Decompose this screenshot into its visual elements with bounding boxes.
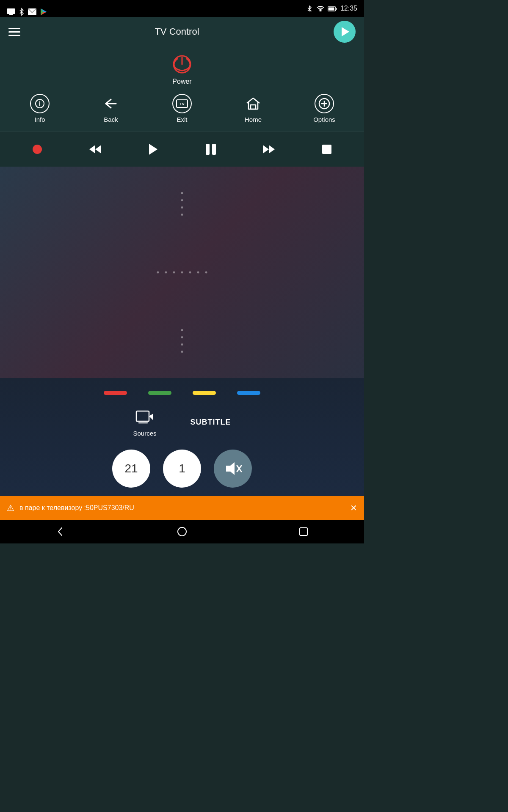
svg-marker-30 bbox=[149, 414, 153, 420]
svg-rect-26 bbox=[212, 144, 216, 155]
svg-marker-22 bbox=[89, 145, 95, 154]
subtitle-label: SUBTITLE bbox=[190, 418, 231, 426]
svg-rect-18 bbox=[251, 105, 256, 109]
options-icon bbox=[315, 94, 334, 113]
home-label: Home bbox=[245, 116, 262, 123]
nav-row: i Info Back TV Exit bbox=[0, 91, 364, 132]
play-button[interactable] bbox=[143, 139, 164, 160]
svg-text:i: i bbox=[39, 100, 41, 107]
number-buttons-row: 21 1 bbox=[0, 445, 364, 496]
home-icon bbox=[243, 94, 263, 113]
play-fab-button[interactable] bbox=[334, 21, 356, 43]
android-back-button[interactable] bbox=[54, 525, 67, 538]
wifi-icon bbox=[317, 5, 324, 11]
sources-button[interactable]: Sources bbox=[133, 408, 156, 437]
record-button[interactable] bbox=[27, 139, 48, 160]
page-title: TV Control bbox=[155, 26, 199, 37]
info-icon: i bbox=[30, 94, 50, 113]
status-time: 12:35 bbox=[340, 5, 357, 12]
top-bar: TV Control bbox=[0, 17, 364, 47]
exit-button[interactable]: TV Exit bbox=[165, 94, 199, 123]
sources-icon bbox=[135, 408, 155, 427]
svg-rect-9 bbox=[328, 8, 334, 11]
channel-1-button[interactable]: 1 bbox=[163, 450, 201, 488]
notification-text: в паре к телевизору :50PUS7303/RU bbox=[19, 504, 345, 512]
battery-icon bbox=[328, 6, 337, 12]
back-icon bbox=[101, 94, 121, 113]
info-button[interactable]: i Info bbox=[23, 94, 57, 123]
svg-rect-25 bbox=[206, 144, 210, 155]
svg-rect-0 bbox=[7, 8, 15, 14]
status-bar: 12:35 bbox=[0, 0, 364, 17]
svg-marker-24 bbox=[149, 144, 157, 155]
power-button[interactable] bbox=[171, 53, 193, 75]
options-label: Options bbox=[313, 116, 335, 123]
svg-rect-29 bbox=[136, 411, 149, 421]
status-icons-left bbox=[7, 3, 47, 16]
stop-icon bbox=[322, 145, 331, 154]
rewind-button[interactable] bbox=[85, 139, 106, 160]
sources-subtitle-row: Sources SUBTITLE bbox=[0, 403, 364, 445]
svg-marker-27 bbox=[263, 145, 269, 154]
mute-button[interactable] bbox=[214, 450, 252, 488]
home-button[interactable]: Home bbox=[236, 94, 270, 123]
color-buttons-row bbox=[0, 387, 364, 403]
svg-marker-32 bbox=[226, 462, 235, 475]
info-label: Info bbox=[34, 116, 45, 123]
dpad-dots-top bbox=[181, 192, 183, 216]
fast-forward-icon bbox=[261, 143, 276, 155]
color-yellow-button[interactable] bbox=[193, 391, 216, 395]
notification-close-button[interactable]: ✕ bbox=[350, 503, 357, 513]
back-button[interactable]: Back bbox=[94, 94, 128, 123]
rewind-icon bbox=[88, 143, 103, 155]
back-label: Back bbox=[104, 116, 118, 123]
exit-icon: TV bbox=[172, 94, 192, 113]
svg-text:TV: TV bbox=[179, 102, 185, 106]
record-icon bbox=[33, 145, 42, 154]
fast-forward-button[interactable] bbox=[258, 139, 279, 160]
channel-1-label: 1 bbox=[179, 462, 185, 475]
color-blue-button[interactable] bbox=[237, 391, 260, 395]
android-nav-bar bbox=[0, 520, 364, 543]
svg-rect-36 bbox=[300, 528, 307, 535]
warning-icon: ⚠ bbox=[7, 503, 14, 513]
stop-button[interactable] bbox=[316, 139, 337, 160]
pause-button[interactable] bbox=[200, 139, 221, 160]
dpad-dots-middle bbox=[157, 272, 207, 274]
mute-icon bbox=[224, 461, 242, 477]
channel-21-button[interactable]: 21 bbox=[112, 450, 150, 488]
sources-label: Sources bbox=[133, 430, 156, 437]
color-green-button[interactable] bbox=[148, 391, 171, 395]
power-section: Power bbox=[0, 47, 364, 91]
channel-21-label: 21 bbox=[124, 462, 138, 475]
svg-point-35 bbox=[178, 527, 186, 536]
dpad-dots-bottom bbox=[181, 329, 183, 353]
svg-point-7 bbox=[320, 11, 321, 12]
svg-marker-23 bbox=[95, 145, 101, 154]
svg-marker-28 bbox=[269, 145, 275, 154]
color-red-button[interactable] bbox=[104, 391, 127, 395]
play-icon bbox=[147, 143, 160, 156]
menu-button[interactable] bbox=[8, 28, 20, 36]
media-controls-row bbox=[0, 132, 364, 167]
bluetooth-icon bbox=[306, 5, 313, 11]
pause-icon bbox=[205, 143, 217, 156]
subtitle-button[interactable]: SUBTITLE bbox=[190, 418, 231, 427]
android-recents-button[interactable] bbox=[297, 525, 310, 538]
options-button[interactable]: Options bbox=[307, 94, 341, 123]
power-label: Power bbox=[172, 78, 191, 85]
android-home-button[interactable] bbox=[176, 525, 188, 538]
bottom-controls: Sources SUBTITLE 21 1 bbox=[0, 378, 364, 496]
dpad-area[interactable] bbox=[0, 167, 364, 378]
exit-label: Exit bbox=[177, 116, 187, 123]
svg-rect-1 bbox=[9, 14, 13, 15]
svg-rect-10 bbox=[336, 8, 337, 10]
notification-bar: ⚠ в паре к телевизору :50PUS7303/RU ✕ bbox=[0, 496, 364, 520]
